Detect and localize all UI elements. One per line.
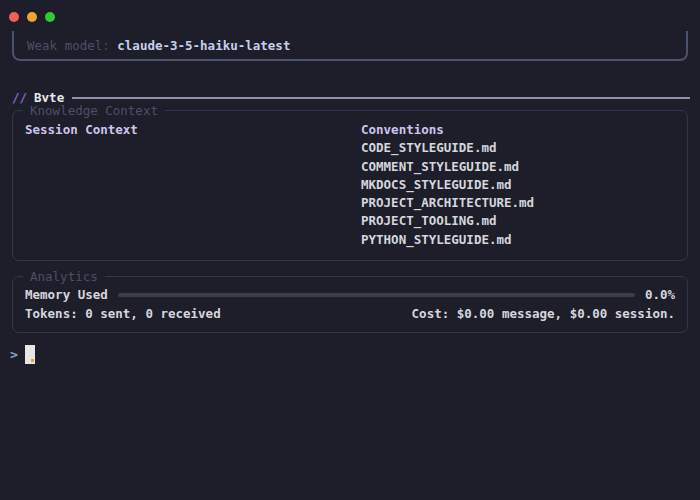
minimize-button[interactable] [27, 12, 37, 22]
maximize-button[interactable] [45, 12, 55, 22]
weak-model-value: claude-3-5-haiku-latest [117, 38, 290, 53]
convention-file-item: PROJECT_TOOLING.md [361, 212, 534, 230]
knowledge-context-body: Session Context Conventions CODE_STYLEGU… [13, 111, 687, 260]
convention-file-item: COMMENT_STYLEGUIDE.md [361, 158, 534, 176]
analytics-panel-title: Analytics [23, 268, 105, 286]
conventions-heading: Conventions [361, 121, 534, 139]
convention-file-item: PROJECT_ARCHITECTURE.md [361, 194, 534, 212]
memory-used-label: Memory Used [25, 287, 108, 302]
memory-percent-value: 0.0% [645, 287, 675, 302]
convention-file-item: MKDOCS_STYLEGUIDE.md [361, 176, 534, 194]
close-button[interactable] [9, 12, 19, 22]
session-context-column: Session Context [25, 121, 675, 139]
memory-progress-bar [118, 293, 635, 297]
cursor-dot [31, 359, 34, 362]
analytics-panel: Analytics Memory Used 0.0% Tokens: 0 sen… [12, 276, 688, 333]
convention-file-item: CODE_STYLEGUIDE.md [361, 139, 534, 157]
window-controls [9, 12, 55, 22]
conventions-column: Conventions CODE_STYLEGUIDE.md COMMENT_S… [361, 121, 534, 249]
analytics-body: Memory Used 0.0% Tokens: 0 sent, 0 recei… [13, 277, 687, 323]
convention-file-item: PYTHON_STYLEGUIDE.md [361, 231, 534, 249]
cost-summary: Cost: $0.00 message, $0.00 session. [412, 306, 675, 321]
terminal-window: Weak model: claude-3-5-haiku-latest // B… [0, 0, 700, 500]
weak-model-status-box: Weak model: claude-3-5-haiku-latest [12, 31, 688, 61]
tokens-counter: Tokens: 0 sent, 0 received [25, 306, 221, 321]
memory-row: Memory Used 0.0% [25, 285, 675, 304]
command-input-line[interactable]: > [10, 345, 35, 364]
session-context-heading: Session Context [25, 121, 675, 139]
stats-row: Tokens: 0 sent, 0 received Cost: $0.00 m… [25, 304, 675, 323]
weak-model-label: Weak model: [27, 38, 117, 53]
prompt-symbol: > [10, 347, 18, 362]
knowledge-context-panel: Knowledge Context Session Context Conven… [12, 110, 688, 261]
header-divider [72, 97, 690, 99]
text-cursor [25, 345, 35, 364]
